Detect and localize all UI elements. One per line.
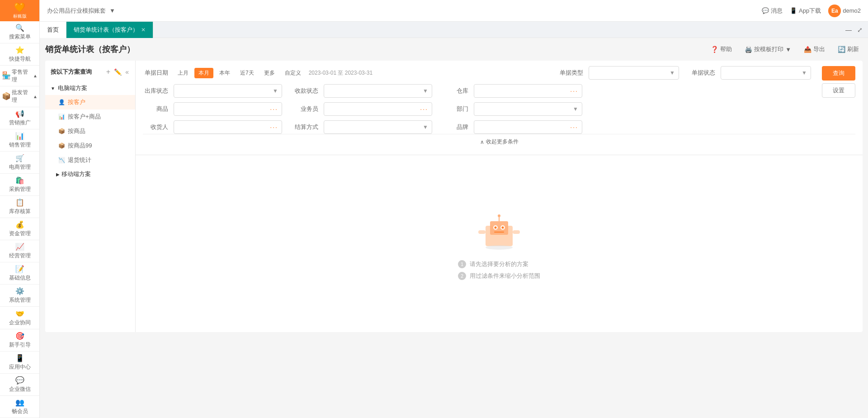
- sidebar-item-finance[interactable]: 💰 资金管理: [0, 218, 39, 240]
- sidebar-item-label: 营销推广: [9, 119, 31, 127]
- collapse-arrow-icon: ∧: [480, 139, 484, 145]
- sidebar-item-ecommerce[interactable]: 🛒 电商管理: [0, 152, 39, 174]
- sidebar-item-sales[interactable]: 📊 销售管理: [0, 129, 39, 152]
- tip-num-1: 1: [458, 260, 466, 268]
- stock-out-select[interactable]: ▼: [174, 84, 282, 98]
- brand-select[interactable]: ···: [474, 120, 582, 134]
- tab-maximize-icon[interactable]: ⤢: [855, 24, 864, 35]
- tab-close-icon[interactable]: ✕: [141, 27, 146, 33]
- scheme-item-by-customer-goods[interactable]: 📊 按客户+商品: [45, 109, 135, 124]
- message-btn[interactable]: 💬 消息: [762, 7, 783, 15]
- date-btn-last-7days[interactable]: 近7天: [236, 68, 258, 78]
- user-profile[interactable]: Ea demo2: [828, 5, 861, 17]
- sidebar-item-label: 基础信息: [9, 274, 31, 282]
- sidebar-item-purchase[interactable]: 🛍️ 采购管理: [0, 174, 39, 196]
- date-btn-more[interactable]: 更多: [260, 68, 279, 78]
- dept-label: 部门: [443, 105, 468, 113]
- sidebar-item-system[interactable]: ⚙️ 系统管理: [0, 285, 39, 307]
- scheme-add-btn[interactable]: +: [105, 67, 111, 77]
- sidebar-item-basic[interactable]: 📝 基础信息: [0, 262, 39, 285]
- sales-icon: 📊: [15, 132, 24, 140]
- content-layout: 按以下方案查询 + ✏️ « ▼ 电脑端方案 👤 按客户: [45, 61, 863, 332]
- sidebar-item-apps[interactable]: 📱 应用中心: [0, 352, 39, 374]
- tab-sales-stat-label: 销货单统计表（按客户）: [74, 26, 138, 34]
- scheme-edit-btn[interactable]: ✏️: [113, 67, 123, 76]
- tab-minimize-icon[interactable]: —: [844, 24, 854, 35]
- payment-label: 收款状态: [293, 87, 318, 95]
- sidebar-item-member[interactable]: 👥 畅会员: [0, 396, 39, 418]
- export-btn[interactable]: 📤 导出: [800, 43, 829, 55]
- stock-out-dropdown-icon: ▼: [273, 88, 278, 94]
- tip-text-1: 请先选择要分析的方案: [470, 260, 528, 268]
- warehouse-more-icon: ···: [570, 87, 578, 95]
- goods-select[interactable]: ···: [174, 102, 282, 116]
- enterprise-icon: 🤝: [15, 309, 24, 318]
- sidebar-item-label: 采购管理: [9, 185, 31, 193]
- industry-dropdown-icon[interactable]: ▼: [109, 7, 115, 14]
- tab-home[interactable]: 首页: [40, 22, 66, 38]
- recipient-select[interactable]: ···: [174, 120, 282, 134]
- date-btn-prev-month[interactable]: 上月: [174, 68, 193, 78]
- svg-point-11: [486, 245, 513, 250]
- sidebar-item-inventory[interactable]: 📋 库存核算: [0, 196, 39, 218]
- scheme-panel-actions: + ✏️ «: [105, 67, 130, 77]
- sidebar-item-wholesale[interactable]: 📦 批发管理 ▲: [0, 86, 39, 107]
- order-status-select[interactable]: ▼: [721, 66, 811, 80]
- tabs-bar: 首页 销货单统计表（按客户） ✕ — ⤢: [40, 22, 868, 38]
- sidebar-item-quick-nav[interactable]: ⭐ 快捷导航: [0, 43, 39, 66]
- system-icon: ⚙️: [15, 287, 24, 295]
- payment-select[interactable]: ▼: [324, 84, 432, 98]
- query-button[interactable]: 查询: [822, 66, 855, 81]
- date-btn-current-year[interactable]: 本年: [215, 68, 234, 78]
- page-title-bar: 销货单统计表（按客户） ❓ 帮助 🖨️ 按模板打印 ▼ 📤 导出 🔄 刷新: [45, 43, 863, 55]
- wechat-icon: 💬: [15, 376, 24, 385]
- dept-select[interactable]: ▼: [474, 102, 582, 116]
- sidebar-item-wechat[interactable]: 💬 企业微信: [0, 374, 39, 396]
- settlement-select[interactable]: ▼: [324, 120, 432, 134]
- filter-row-2: 出库状态 ▼ 收款状态 ▼ 仓库: [143, 84, 811, 98]
- sidebar-item-search[interactable]: 🔍 搜索菜单: [0, 21, 39, 43]
- sidebar-item-newbie[interactable]: 🎯 新手引导: [0, 329, 39, 352]
- refresh-btn[interactable]: 🔄 刷新: [834, 43, 863, 55]
- scheme-group-mobile-header[interactable]: ▶ 移动端方案: [45, 167, 135, 181]
- scheme-item-return-stat[interactable]: 📉 退货统计: [45, 153, 135, 167]
- dept-dropdown-icon: ▼: [573, 106, 578, 112]
- sidebar-item-enterprise[interactable]: 🤝 企业协同: [0, 307, 39, 329]
- help-icon: ❓: [711, 46, 718, 53]
- customer-icon: 👤: [58, 99, 65, 105]
- date-btn-custom[interactable]: 自定义: [281, 68, 305, 78]
- scheme-item-by-goods-99[interactable]: 📦 按商品99: [45, 138, 135, 153]
- salesperson-select[interactable]: ···: [324, 102, 432, 116]
- scheme-collapse-btn[interactable]: «: [124, 67, 130, 76]
- page-actions: ❓ 帮助 🖨️ 按模板打印 ▼ 📤 导出 🔄 刷新: [707, 43, 863, 55]
- scheme-group-pc-header[interactable]: ▼ 电脑端方案: [45, 81, 135, 95]
- svg-rect-1: [490, 221, 508, 235]
- settings-button[interactable]: 设置: [822, 83, 855, 98]
- collapse-bar[interactable]: ∧ 收起更多条件: [143, 134, 855, 149]
- sidebar-item-retail[interactable]: 🏪 零售管理 ▲: [0, 66, 39, 86]
- tab-sales-stat[interactable]: 销货单统计表（按客户） ✕: [66, 22, 153, 38]
- help-btn[interactable]: ❓ 帮助: [707, 43, 736, 55]
- sidebar-item-label: 畅会员: [12, 408, 28, 415]
- purchase-icon: 🛍️: [15, 176, 24, 185]
- sidebar-item-label: 新手引导: [9, 341, 31, 349]
- order-type-select[interactable]: ▼: [589, 66, 679, 80]
- print-btn[interactable]: 🖨️ 按模板打印 ▼: [741, 43, 795, 55]
- pc-group-label: 电脑端方案: [58, 84, 87, 92]
- empty-tip-2: 2 用过滤条件来缩小分析范围: [458, 272, 540, 280]
- scheme-item-by-customer[interactable]: 👤 按客户: [45, 95, 135, 109]
- wholesale-icon: 📦: [2, 92, 11, 100]
- app-download-btn[interactable]: 📱 App下载: [790, 7, 821, 15]
- sidebar-item-marketing[interactable]: 📢 营销推广: [0, 107, 39, 129]
- refresh-icon: 🔄: [838, 46, 845, 53]
- stock-out-label: 出库状态: [143, 87, 168, 95]
- user-name: demo2: [843, 7, 861, 14]
- ecommerce-icon: 🛒: [15, 154, 24, 162]
- order-status-dropdown-icon: ▼: [802, 70, 807, 76]
- svg-point-4: [495, 226, 497, 228]
- warehouse-select[interactable]: ···: [474, 84, 582, 98]
- date-btn-current-month[interactable]: 本月: [194, 68, 213, 78]
- sidebar-item-label: 批发管理: [12, 89, 32, 104]
- scheme-item-by-goods[interactable]: 📦 按商品: [45, 124, 135, 138]
- sidebar-item-operation[interactable]: 📈 经营管理: [0, 240, 39, 262]
